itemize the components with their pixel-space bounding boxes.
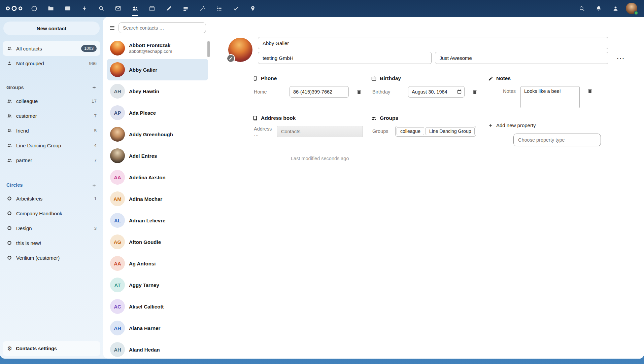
notes-textarea[interactable]: Looks like a bee! [520, 86, 580, 108]
contact-list-item[interactable]: Addy Greenhough [107, 123, 208, 145]
contact-name: Ada Pleace [129, 110, 156, 116]
app-photos-icon[interactable] [59, 0, 76, 17]
notifications-bell-icon[interactable] [590, 0, 607, 17]
contact-list-item[interactable]: AT Aggy Tarney [107, 274, 208, 296]
sidebar-group-item[interactable]: partner 7 [3, 153, 100, 168]
sidebar-circle-item[interactable]: Arbeitskreis 1 [3, 191, 100, 206]
group-tag[interactable]: Line Dancing Group [426, 127, 475, 135]
circle-label: Design [16, 225, 32, 231]
contact-name: Abey Hawtin [129, 88, 159, 94]
company-input[interactable] [258, 52, 432, 64]
search-contacts-input[interactable] [118, 22, 206, 33]
add-group-button[interactable] [92, 85, 97, 90]
contacts-menu-icon[interactable] [607, 0, 624, 17]
sidebar-circle-item[interactable]: Company Handbook [3, 206, 100, 221]
app-notes-icon[interactable] [160, 0, 177, 17]
add-property-button[interactable]: Add new property [488, 122, 536, 128]
app-list-icon[interactable] [211, 0, 228, 17]
full-name-input[interactable] [258, 37, 608, 49]
contacts-settings-button[interactable]: ⚙ Contacts settings [3, 341, 100, 356]
app-mail-icon[interactable] [110, 0, 127, 17]
notes-property: Notes Notes Looks like a bee! [488, 75, 644, 108]
groups-select[interactable]: colleagueLine Dancing Group [395, 126, 476, 137]
online-status-dot [634, 11, 638, 15]
circle-icon [6, 240, 12, 246]
contact-name-fields [258, 37, 608, 64]
app-tasks-icon[interactable] [228, 0, 244, 17]
addressbook-select[interactable]: Contacts [277, 126, 363, 137]
delete-notes-icon[interactable] [587, 88, 593, 94]
app-files-icon[interactable] [42, 0, 59, 17]
groups-list: colleague 17 customer 7 friend 5 Line Da… [3, 94, 100, 168]
app-deck-icon[interactable] [177, 0, 194, 17]
sidebar-circle-item[interactable]: this is new! [3, 235, 100, 250]
properties-grid: Phone Home Birthday Birthday [211, 75, 644, 146]
contact-photo[interactable] [228, 38, 252, 62]
notes-type-label: Notes [488, 88, 520, 94]
unified-search-icon[interactable] [573, 0, 590, 17]
contact-list-item[interactable]: AM Adina Mochar [107, 188, 208, 210]
nextcloud-logo-icon[interactable] [3, 0, 25, 17]
app-maps-icon[interactable] [244, 0, 261, 17]
contact-name: Adel Entres [129, 153, 157, 159]
job-title-input[interactable] [435, 52, 609, 64]
contact-list-header [107, 21, 208, 37]
list-menu-icon[interactable] [109, 25, 115, 31]
sidebar-group-item[interactable]: colleague 17 [3, 94, 100, 108]
contact-avatar-initials: AL [110, 213, 125, 228]
last-modified-text: Last modified seconds ago [291, 156, 349, 161]
phone-type-label[interactable]: Home [252, 89, 290, 95]
plus-icon [488, 123, 493, 128]
list-scrollbar[interactable] [207, 41, 210, 57]
app-contacts-icon[interactable] [127, 0, 143, 17]
sidebar-circle-item[interactable]: Design 3 [3, 221, 100, 235]
add-circle-button[interactable] [92, 183, 97, 188]
app-calendar-icon[interactable] [143, 0, 160, 17]
phone-number-input[interactable] [290, 86, 349, 98]
contact-list-item[interactable]: Adel Entres [107, 145, 208, 167]
circle-icon [6, 211, 12, 216]
group-people-icon [6, 113, 12, 119]
user-avatar[interactable] [626, 3, 637, 14]
group-tag[interactable]: colleague [397, 127, 424, 135]
sidebar-group-item[interactable]: friend 5 [3, 123, 100, 138]
app-activity-icon[interactable] [76, 0, 93, 17]
contact-list-item[interactable]: Abbott Frontczakabbott@techapp.com [107, 37, 208, 59]
delete-birthday-icon[interactable] [472, 89, 478, 95]
sidebar-item-not-grouped[interactable]: Not grouped 966 [3, 56, 100, 71]
contact-list-item[interactable]: AA Adelina Axston [107, 167, 208, 188]
contact-name: Ag Anfonsi [129, 261, 156, 266]
app-search-icon[interactable] [93, 0, 110, 17]
pencil-icon [488, 76, 493, 81]
actions-menu-icon[interactable]: ⋯ [616, 54, 624, 63]
app-dashboard-icon[interactable] [26, 0, 42, 17]
contact-list-item[interactable]: AL Adrian Lelievre [107, 210, 208, 231]
edit-photo-icon[interactable] [227, 54, 235, 63]
contact-name: Addy Greenhough [129, 132, 173, 137]
contact-list-item[interactable]: AP Ada Pleace [107, 102, 208, 123]
contact-email: abbott@techapp.com [129, 49, 172, 54]
sidebar-group-item[interactable]: customer 7 [3, 108, 100, 123]
birthday-input[interactable] [408, 86, 465, 98]
contact-list-item[interactable]: AC Aksel Callicott [107, 296, 208, 317]
contact-list-item[interactable]: AG Afton Goudie [107, 231, 208, 253]
phone-icon [252, 76, 258, 81]
circle-icon [6, 255, 12, 260]
contact-list-item[interactable]: AH Alana Harner [107, 317, 208, 339]
contact-list-item[interactable]: AH Aland Hedan [107, 339, 208, 359]
sidebar-group-item[interactable]: Line Dancing Group 4 [3, 138, 100, 153]
sidebar-item-all-contacts[interactable]: All contacts 1003 [3, 41, 100, 56]
all-contacts-count: 1003 [81, 45, 97, 52]
app-assistant-icon[interactable] [194, 0, 211, 17]
new-contact-button[interactable]: New contact [3, 22, 100, 35]
circle-label: Company Handbook [16, 211, 62, 216]
property-type-select[interactable]: Choose property type [513, 134, 601, 146]
contact-list-item[interactable]: AH Abey Hawtin [107, 80, 208, 102]
top-bar [0, 0, 644, 17]
sidebar-circle-item[interactable]: Verilium (customer) [3, 250, 100, 265]
contact-avatar-initials: AH [110, 84, 125, 99]
group-count: 17 [92, 99, 97, 104]
contact-list-item[interactable]: Abby Galier [107, 59, 208, 80]
contact-list-item[interactable]: AA Ag Anfonsi [107, 253, 208, 274]
delete-phone-icon[interactable] [356, 89, 362, 95]
